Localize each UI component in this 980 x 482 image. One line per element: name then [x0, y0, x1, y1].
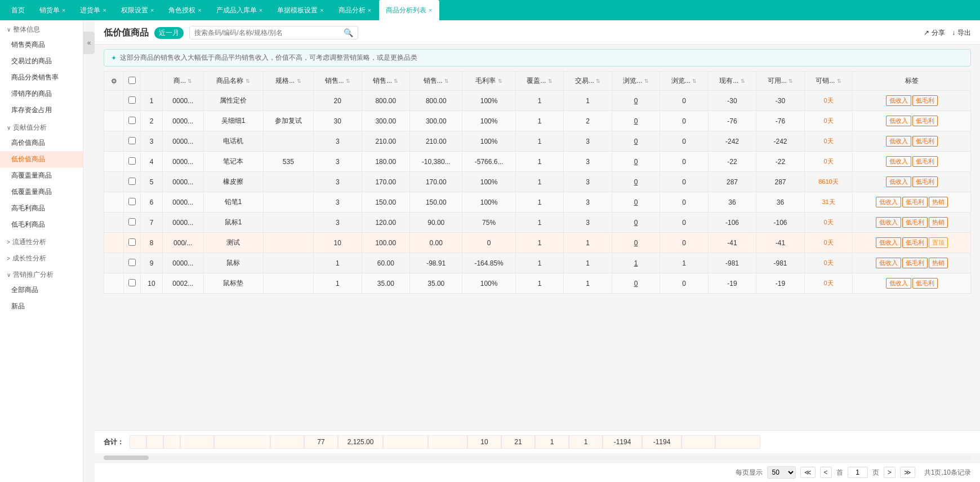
nav-template[interactable]: 单据模板设置 ×: [270, 0, 330, 20]
sidebar-item-low-coverage[interactable]: 低覆盖量商品: [0, 184, 83, 200]
col-trade[interactable]: 交易... ⇅: [564, 72, 612, 91]
col-sale-amount[interactable]: 销售... ⇅: [362, 72, 410, 91]
col-spec[interactable]: 规格... ⇅: [263, 72, 313, 91]
sidebar-collapse-btn[interactable]: «: [83, 32, 95, 54]
sidebar-item-high-margin[interactable]: 高毛利商品: [0, 200, 83, 216]
nav-close-purchase[interactable]: ×: [103, 7, 106, 14]
page-prev-btn[interactable]: <: [820, 467, 832, 478]
browse1-link[interactable]: 0: [634, 239, 638, 247]
page-input[interactable]: [848, 467, 868, 478]
col-name[interactable]: 商品名称 ⇅: [203, 72, 263, 91]
page-first-btn[interactable]: ≪: [800, 467, 816, 478]
cell-browse1[interactable]: 0: [612, 152, 660, 172]
row-checkbox[interactable]: [128, 279, 136, 286]
sidebar-item-traded-goods[interactable]: 交易过的商品: [0, 53, 83, 69]
col-browse1[interactable]: 浏览... ⇅: [612, 72, 660, 91]
browse1-link[interactable]: 0: [634, 198, 638, 206]
browse1-link[interactable]: 0: [634, 219, 638, 227]
sidebar-item-new-goods[interactable]: 新品: [0, 298, 83, 315]
cell-browse2: 0: [660, 172, 709, 192]
sidebar-item-sales-goods[interactable]: 销售类商品: [0, 37, 83, 53]
nav-sales-order[interactable]: 销货单 ×: [33, 0, 72, 20]
col-saleable[interactable]: 可销... ⇅: [804, 72, 853, 91]
row-checkbox[interactable]: [128, 96, 136, 104]
cell-no: 1: [141, 91, 163, 111]
col-coverage[interactable]: 覆盖... ⇅: [515, 72, 564, 91]
col-sale-profit[interactable]: 销售... ⇅: [410, 72, 462, 91]
sidebar-group-growth[interactable]: > 成长性分析: [0, 249, 83, 266]
sidebar-item-category-rate[interactable]: 商品分类销售率: [0, 69, 83, 86]
nav-close-goods-list[interactable]: ×: [429, 7, 432, 14]
cell-browse1[interactable]: 0: [612, 233, 660, 253]
cell-browse1[interactable]: 0: [612, 131, 660, 152]
browse1-link[interactable]: 0: [634, 280, 638, 288]
per-page-select[interactable]: 50 100 200: [767, 466, 796, 479]
cell-browse1[interactable]: 0: [612, 273, 660, 294]
page-next-btn[interactable]: >: [884, 467, 896, 478]
nav-home[interactable]: 首页: [5, 0, 32, 20]
nav-goods-analysis[interactable]: 商品分析 ×: [332, 0, 378, 20]
browse1-link[interactable]: 0: [634, 178, 638, 186]
cell-browse1[interactable]: 0: [612, 111, 660, 131]
row-checkbox[interactable]: [128, 137, 136, 144]
sidebar-item-high-coverage[interactable]: 高覆盖量商品: [0, 167, 83, 184]
nav-close-goods-analysis[interactable]: ×: [368, 7, 371, 14]
row-checkbox[interactable]: [128, 117, 136, 124]
sidebar-item-high-value[interactable]: 高价值商品: [0, 135, 83, 151]
nav-permission[interactable]: 权限设置 ×: [114, 0, 161, 20]
browse1-link[interactable]: 0: [634, 97, 638, 105]
browse1-link[interactable]: 1: [634, 259, 638, 267]
cell-browse1[interactable]: 0: [612, 192, 660, 213]
page-title: 低价值商品: [104, 27, 149, 39]
export-button[interactable]: ↓ 导出: [952, 28, 971, 38]
nav-role-auth[interactable]: 角色授权 ×: [162, 0, 208, 20]
sidebar-group-marketing[interactable]: ∨ 营销推广分析: [0, 266, 83, 282]
nav-close-role[interactable]: ×: [198, 7, 201, 14]
col-browse2[interactable]: 浏览... ⇅: [660, 72, 709, 91]
sidebar-group-contribution[interactable]: ∨ 贡献值分析: [0, 118, 83, 135]
row-checkbox[interactable]: [128, 238, 136, 246]
nav-close-permission[interactable]: ×: [150, 7, 154, 14]
row-checkbox[interactable]: [128, 259, 136, 266]
sidebar-item-slow-goods[interactable]: 滞销序的商品: [0, 86, 83, 102]
row-checkbox[interactable]: [128, 218, 136, 225]
col-setting[interactable]: ⚙: [104, 72, 124, 91]
sidebar-item-low-margin[interactable]: 低毛利商品: [0, 216, 83, 233]
nav-goods-analysis-list[interactable]: 商品分析列表 ×: [379, 0, 439, 20]
select-all-checkbox[interactable]: [128, 77, 136, 84]
col-code[interactable]: 商... ⇅: [162, 72, 203, 91]
sidebar-item-inventory-capital[interactable]: 库存资金占用: [0, 102, 83, 118]
sidebar-item-low-value[interactable]: 低价值商品: [0, 151, 83, 167]
sidebar-group-circulation[interactable]: > 流通性分析: [0, 233, 83, 249]
scrollbar-thumb[interactable]: [104, 456, 149, 460]
nav-purchase-order[interactable]: 进货单 ×: [73, 0, 113, 20]
time-badge[interactable]: 近一月: [154, 27, 184, 39]
search-input[interactable]: [194, 29, 341, 37]
nav-close-product[interactable]: ×: [259, 7, 262, 14]
sidebar-group-overall[interactable]: ∨ 整体信息: [0, 20, 83, 37]
sidebar-item-all-goods[interactable]: 全部商品: [0, 282, 83, 298]
nav-close-sales[interactable]: ×: [62, 7, 65, 14]
col-sale-qty[interactable]: 销售... ⇅: [314, 72, 362, 91]
row-checkbox[interactable]: [128, 178, 136, 185]
cell-sale-profit: 35.00: [410, 273, 462, 294]
row-checkbox[interactable]: [128, 157, 136, 165]
browse1-link[interactable]: 0: [634, 117, 638, 125]
cell-browse1[interactable]: 1: [612, 253, 660, 273]
scrollbar-track[interactable]: [104, 456, 971, 460]
col-margin-rate[interactable]: 毛利率 ⇅: [462, 72, 515, 91]
browse1-link[interactable]: 0: [634, 138, 638, 145]
row-checkbox[interactable]: [128, 198, 136, 205]
browse1-link[interactable]: 0: [634, 158, 638, 166]
cell-browse1[interactable]: 0: [612, 91, 660, 111]
search-icon[interactable]: 🔍: [344, 28, 353, 37]
share-button[interactable]: ↗ 分享: [924, 28, 945, 38]
nav-close-template[interactable]: ×: [320, 7, 323, 14]
total-spacer3: [163, 435, 180, 449]
nav-product-storage[interactable]: 产成品入库单 ×: [210, 0, 269, 20]
cell-browse1[interactable]: 0: [612, 172, 660, 192]
col-current-stock[interactable]: 现有... ⇅: [708, 72, 756, 91]
cell-browse1[interactable]: 0: [612, 213, 660, 233]
col-available[interactable]: 可用... ⇅: [756, 72, 805, 91]
page-last-btn[interactable]: ≫: [900, 467, 915, 478]
